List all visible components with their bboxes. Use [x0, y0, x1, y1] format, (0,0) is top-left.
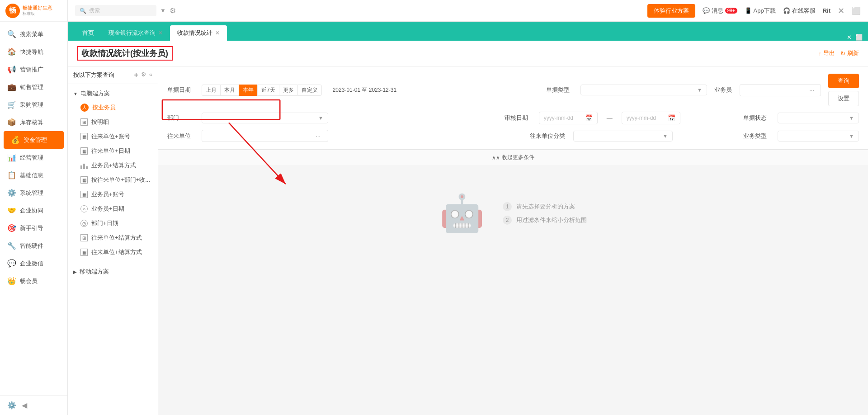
date-tab-this-year[interactable]: 本年 [239, 85, 257, 96]
staff-select-more[interactable]: ··· [809, 87, 814, 94]
biz-type-select[interactable]: ▼ [778, 131, 859, 141]
sidebar-item-ops[interactable]: 📊 经营管理 [0, 149, 67, 166]
online-service-item[interactable]: 🎧 在线客服 [783, 7, 816, 15]
sidebar-item-search[interactable]: 🔍 搜索菜单 [0, 25, 67, 43]
tab-close-all-icon[interactable]: ✕ [847, 34, 852, 41]
filter-row-partner: 往来单位 ··· 往来单位分类 ▼ 业务类型 [167, 130, 859, 142]
search-placeholder: 搜索 [89, 7, 100, 14]
maximize-icon[interactable]: ⬜ [852, 6, 861, 15]
scheme-item-staff-account[interactable]: ▦ 业务员+账号 [68, 187, 158, 202]
calendar-icon-1[interactable]: 📅 [585, 114, 593, 122]
export-button[interactable]: ↑ 导出 [819, 49, 835, 57]
sidebar-item-fund[interactable]: 💰 资金管理 [4, 131, 64, 149]
header-dropdown-icon[interactable]: ▼ [160, 7, 166, 14]
scheme-item-partner-dept[interactable]: ▦ 按往来单位+部门+收... [68, 173, 158, 187]
staff-filter-label: 业务员 [714, 86, 732, 94]
fund-icon: 💰 [11, 136, 20, 144]
settings-button[interactable]: 设置 [828, 91, 859, 106]
sidebar-item-system[interactable]: ⚙️ 系统管理 [0, 184, 67, 202]
tab-bank[interactable]: 现金银行流水查询 ✕ [101, 25, 170, 41]
message-item[interactable]: 💬 消息 99+ [703, 7, 737, 15]
voucher-status-select[interactable]: ▼ [778, 113, 859, 123]
voucher-type-select[interactable]: ▼ [580, 85, 707, 95]
sidebar-settings-icon[interactable]: ⚙️ [7, 401, 16, 410]
sidebar-item-purchase[interactable]: 🛒 采购管理 [0, 96, 67, 113]
query-button[interactable]: 查询 [828, 74, 859, 88]
tab-home[interactable]: 首页 [75, 25, 101, 41]
message-badge: 99+ [725, 8, 737, 14]
sidebar-item-corp[interactable]: 🤝 企业协同 [0, 202, 67, 219]
logo-badge: 标准版 [23, 11, 52, 17]
sidebar-label-corp: 企业协同 [20, 207, 43, 215]
sidebar-label-search: 搜索菜单 [20, 30, 43, 38]
refresh-button[interactable]: ↻ 刷新 [840, 49, 859, 57]
sidebar-item-vip[interactable]: 👑 畅会员 [0, 272, 67, 290]
panel-title: 按以下方案查询 [73, 71, 114, 79]
dept-select[interactable]: ▼ [202, 113, 328, 123]
user-avatar[interactable]: Rit [823, 7, 830, 14]
empty-step-1: 1 请先选择要分析的方案 [503, 202, 587, 211]
scheme-settings-icon[interactable]: ⚙ [141, 71, 146, 79]
partner-category-select[interactable]: ▼ [573, 131, 673, 141]
audit-date-start[interactable]: yyyy-mm-dd 📅 [539, 112, 598, 124]
scheme-group-mobile-title[interactable]: ▶ 移动端方案 [68, 265, 158, 278]
sidebar-item-hw[interactable]: 🔧 智能硬件 [0, 237, 67, 255]
biz-type-label: 业务类型 [743, 132, 770, 140]
add-scheme-icon[interactable]: + [134, 71, 138, 79]
date-tab-more[interactable]: 更多 [279, 85, 297, 96]
bar-chart-icon [80, 162, 88, 169]
tab-receipt-close[interactable]: ✕ [215, 30, 220, 36]
scheme-item-staff-settle[interactable]: 业务员+结算方式 [68, 158, 158, 173]
search-icon: 🔍 [80, 8, 86, 14]
collapse-text: 收起更多条件 [502, 154, 534, 161]
sidebar-item-marketing[interactable]: 📢 营销推广 [0, 61, 67, 78]
scheme-item-partner-date[interactable]: ▦ 往来单位+日期 [68, 144, 158, 158]
sidebar: 畅 畅捷通好生意 标准版 🔍 搜索菜单 🏠 快捷导航 📢 营销推广 💼 销售管理… [0, 0, 68, 415]
collapse-panel-icon[interactable]: « [149, 71, 152, 79]
collapse-bar[interactable]: ∧∧ 收起更多条件 [158, 150, 868, 165]
date-tab-last-month[interactable]: 上月 [202, 85, 220, 96]
staff-select[interactable]: ··· [740, 84, 821, 96]
tab-receipt[interactable]: 收款情况统计 ✕ [170, 25, 227, 41]
sidebar-collapse-icon[interactable]: ◀ [22, 401, 27, 410]
header-search-box[interactable]: 🔍 搜索 [75, 5, 156, 16]
partner-select-dots[interactable]: ··· [316, 132, 321, 139]
sidebar-item-base[interactable]: 📋 基础信息 [0, 166, 67, 184]
app-download-label: App下载 [754, 7, 776, 15]
app-download-item[interactable]: 📱 App下载 [745, 7, 776, 15]
sidebar-item-guide[interactable]: 🎯 新手引导 [0, 219, 67, 237]
date-tab-this-month[interactable]: 本月 [220, 85, 239, 96]
empty-robot-illustration: 🤖 [439, 192, 485, 235]
sidebar-label-guide: 新手引导 [20, 224, 43, 232]
header-settings-icon[interactable]: ⚙ [170, 6, 176, 15]
trial-button[interactable]: 体验行业方案 [647, 4, 695, 18]
scheme-item-partner-settle2[interactable]: ▦ 往来单位+结算方式 [68, 245, 158, 259]
sidebar-item-inventory[interactable]: 📦 库存核算 [0, 113, 67, 131]
tab-maximize-icon[interactable]: ⬜ [855, 34, 863, 41]
tab-bank-close[interactable]: ✕ [158, 30, 163, 36]
scheme-item-staff-date[interactable]: ○ 业务员+日期 [68, 202, 158, 216]
close-window-icon[interactable]: ✕ [838, 6, 844, 16]
scheme-group-desktop-title[interactable]: ▼ 电脑端方案 [68, 87, 158, 100]
calendar-icon-2[interactable]: 📅 [668, 114, 675, 122]
sidebar-label-vip: 畅会员 [20, 277, 38, 285]
step-num-2: 2 [503, 216, 512, 225]
audit-date-end[interactable]: yyyy-mm-dd 📅 [622, 112, 680, 124]
scheme-item-partner-account[interactable]: ▦ 往来单位+账号 [68, 129, 158, 144]
scheme-item-partner-settle1[interactable]: ⊞ 往来单位+结算方式 [68, 231, 158, 245]
filter-area: 单据日期 上月 本月 本年 近7天 更多 自定义 2023-01-01 至 20… [158, 66, 868, 150]
date-tab-custom[interactable]: 自定义 [297, 85, 322, 96]
scheme-item-by-detail[interactable]: ⊞ 按明细 [68, 115, 158, 129]
scheme-item-by-staff[interactable]: 人 按业务员 [68, 100, 158, 115]
detail-scheme-icon: ⊞ [80, 118, 88, 126]
step-num-1: 1 [503, 202, 512, 211]
sidebar-item-sales[interactable]: 💼 销售管理 [0, 78, 67, 96]
scheme-item-dept-date[interactable]: ◷ 部门+日期 [68, 216, 158, 231]
date-tab-7days[interactable]: 近7天 [257, 85, 279, 96]
partner-select[interactable]: ··· [202, 130, 328, 142]
vip-icon: 👑 [7, 277, 16, 285]
sidebar-item-quick-nav[interactable]: 🏠 快捷导航 [0, 43, 67, 61]
collapse-icon: ∧∧ [492, 155, 500, 161]
empty-step-2: 2 用过滤条件来缩小分析范围 [503, 216, 587, 225]
sidebar-item-wechat[interactable]: 💬 企业微信 [0, 255, 67, 272]
